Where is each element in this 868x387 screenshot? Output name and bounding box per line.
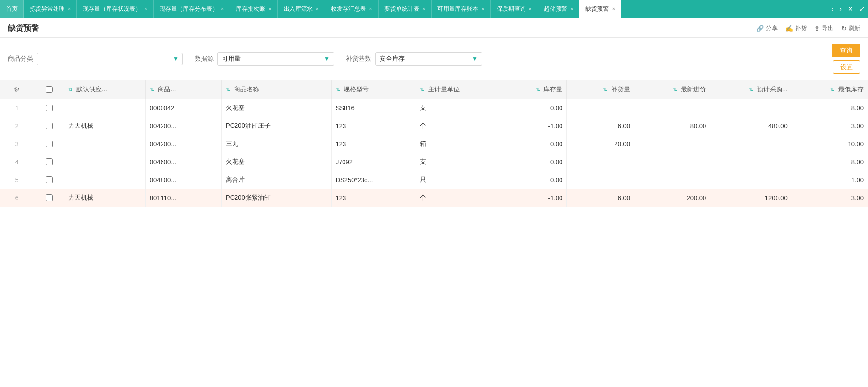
th-spec[interactable]: ⇅ 规格型号 (331, 80, 416, 99)
tab-close-picking-exception[interactable]: × (68, 6, 71, 12)
tab-close-stock-batch[interactable]: × (268, 6, 271, 12)
tab-picking-exception[interactable]: 拣货异常处理 × (24, 0, 77, 18)
th-settings[interactable]: ⚙ (0, 80, 34, 99)
tab-shortage-warning[interactable]: 缺货预警 × (579, 0, 621, 18)
cell-latest-price: 80.00 (634, 117, 710, 135)
cell-checkbox[interactable] (34, 171, 64, 189)
tab-bar: 首页 拣货异常处理 × 现存量（库存状况表） × 现存量（库存分布表） × 库存… (0, 0, 868, 18)
sort-supplier-icon: ⇅ (68, 87, 72, 92)
tab-current-stock-dist[interactable]: 现存量（库存分布表） × (154, 0, 230, 18)
tab-close-requisition-stats[interactable]: × (422, 6, 425, 12)
row-checkbox-1[interactable] (46, 123, 53, 129)
row-checkbox-4[interactable] (46, 176, 53, 183)
cell-stock: -1.00 (499, 189, 567, 207)
export-button[interactable]: ⇪ 导出 (814, 24, 833, 33)
th-min-stock[interactable]: ⇅ 最低库存 (792, 80, 868, 99)
sort-min-stock-icon: ⇅ (830, 87, 834, 92)
data-source-select[interactable]: 可用量 ▼ (217, 52, 334, 66)
tab-close-shortage-warning[interactable]: × (612, 6, 615, 12)
tab-close-expiry-query[interactable]: × (529, 6, 532, 12)
query-button[interactable]: 查询 (832, 44, 860, 57)
cell-est-purchase (710, 171, 792, 189)
cell-checkbox[interactable] (34, 153, 64, 171)
replenish-base-value: 安全库存 (380, 54, 405, 63)
data-source-chevron-icon: ▼ (324, 55, 330, 62)
tab-receive-send-summary[interactable]: 收发存汇总表 × (325, 0, 378, 18)
settings-button[interactable]: 设置 (833, 60, 860, 74)
sort-goods-code-icon: ⇅ (150, 87, 154, 92)
cell-unit: 个 (416, 117, 499, 135)
cell-replenish (567, 99, 634, 117)
replenish-button[interactable]: ✍ 补货 (785, 24, 807, 33)
cell-min-stock: 8.00 (792, 153, 868, 171)
cell-checkbox[interactable] (34, 189, 64, 207)
table-container: ⚙ ⇅ 默认供应... ⇅ 商品... (0, 80, 868, 207)
sort-stock-icon: ⇅ (536, 87, 540, 92)
cell-goods-code: 004800... (145, 171, 221, 189)
cell-unit: 箱 (416, 135, 499, 153)
tab-requisition-stats[interactable]: 要货单统计表 × (379, 0, 432, 18)
tab-inout-flow[interactable]: 出入库流水 × (278, 0, 325, 18)
row-checkbox-2[interactable] (46, 141, 53, 147)
table-row: 2 力天机械 004200... PC200油缸庄子 123 个 -1.00 6… (0, 117, 868, 135)
cell-checkbox[interactable] (34, 99, 64, 117)
data-source-value: 可用量 (222, 54, 241, 63)
tab-close-receive-send-summary[interactable]: × (369, 6, 372, 12)
cell-unit: 支 (416, 99, 499, 117)
tab-fullscreen-btn[interactable]: ⤢ (856, 0, 868, 18)
th-latest-price[interactable]: ⇅ 最新进价 (634, 80, 710, 99)
cell-spec: SS816 (331, 99, 416, 117)
tab-home[interactable]: 首页 (0, 0, 24, 18)
cell-goods-name: 离合片 (222, 171, 332, 189)
cell-stock: 0.00 (499, 135, 567, 153)
sort-goods-name-icon: ⇅ (226, 87, 230, 92)
cell-min-stock: 3.00 (792, 189, 868, 207)
row-checkbox-0[interactable] (46, 105, 53, 111)
share-button[interactable]: 🔗 分享 (756, 24, 778, 33)
cell-unit: 支 (416, 153, 499, 171)
tab-expiry-query[interactable]: 保质期查询 × (491, 0, 538, 18)
row-checkbox-3[interactable] (46, 158, 53, 165)
cell-checkbox[interactable] (34, 135, 64, 153)
cell-index: 5 (0, 171, 34, 189)
cell-index: 2 (0, 117, 34, 135)
cell-stock: -1.00 (499, 117, 567, 135)
cell-index: 3 (0, 135, 34, 153)
cell-est-purchase: 1200.00 (710, 189, 792, 207)
tab-available-ledger[interactable]: 可用量库存账本 × (432, 0, 490, 18)
select-all-checkbox[interactable] (46, 86, 53, 93)
tab-close-available-ledger[interactable]: × (481, 6, 484, 12)
cell-goods-name: 火花塞 (222, 99, 332, 117)
cell-replenish: 6.00 (567, 117, 634, 135)
th-stock[interactable]: ⇅ 库存量 (499, 80, 567, 99)
goods-category-select[interactable]: ▼ (37, 53, 183, 65)
tab-stock-batch[interactable]: 库存批次账 × (230, 0, 277, 18)
cell-supplier (64, 99, 145, 117)
th-checkbox[interactable] (34, 80, 64, 99)
column-settings-icon[interactable]: ⚙ (14, 86, 20, 93)
th-goods-code[interactable]: ⇅ 商品... (145, 80, 221, 99)
replenish-base-select[interactable]: 安全库存 ▼ (375, 52, 482, 66)
tab-overstock-warning[interactable]: 超储预警 × (538, 0, 579, 18)
tab-prev-btn[interactable]: ‹ (829, 0, 837, 18)
refresh-button[interactable]: ↻ 刷新 (841, 24, 860, 33)
tab-close-current-stock-dist[interactable]: × (221, 6, 224, 12)
row-checkbox-5[interactable] (46, 194, 53, 201)
tab-close-inout-flow[interactable]: × (316, 6, 319, 12)
table-row: 3 004200... 三九 123 箱 0.00 20.00 10.00 (0, 135, 868, 153)
th-supplier[interactable]: ⇅ 默认供应... (64, 80, 145, 99)
cell-checkbox[interactable] (34, 117, 64, 135)
th-est-purchase[interactable]: ⇅ 预计采购... (710, 80, 792, 99)
th-goods-name[interactable]: ⇅ 商品名称 (222, 80, 332, 99)
cell-goods-code: 801110... (145, 189, 221, 207)
tab-close-all-btn[interactable]: ✕ (845, 0, 856, 18)
th-replenish[interactable]: ⇅ 补货量 (567, 80, 634, 99)
tab-current-stock-status[interactable]: 现存量（库存状况表） × (77, 0, 153, 18)
tab-next-btn[interactable]: › (836, 0, 845, 18)
table-header-row: ⚙ ⇅ 默认供应... ⇅ 商品... (0, 80, 868, 99)
cell-goods-name: PC200张紧油缸 (222, 189, 332, 207)
tab-close-overstock-warning[interactable]: × (570, 6, 573, 12)
th-unit[interactable]: ⇅ 主计量单位 (416, 80, 499, 99)
tab-close-current-stock-status[interactable]: × (144, 6, 147, 12)
tab-bar-end: ‹ › ✕ ⤢ (829, 0, 868, 18)
